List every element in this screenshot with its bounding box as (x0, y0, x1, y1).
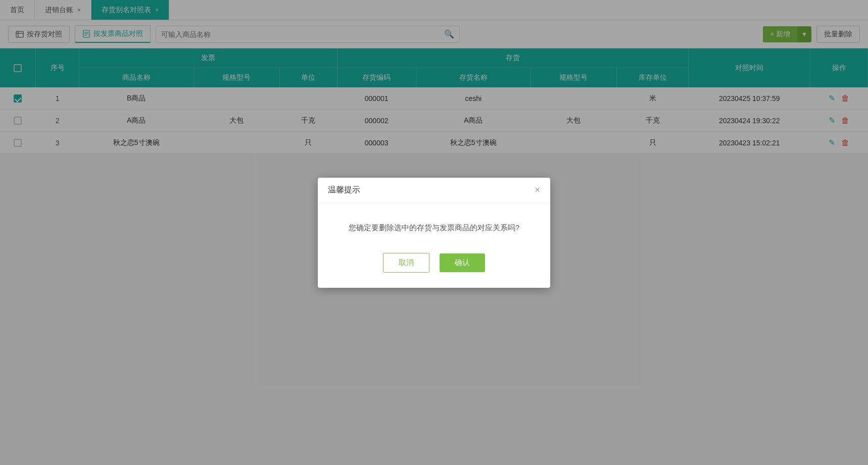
modal-overlay: 温馨提示 × 您确定要删除选中的存货与发票商品的对应关系吗? 取消 确认 (0, 0, 868, 154)
